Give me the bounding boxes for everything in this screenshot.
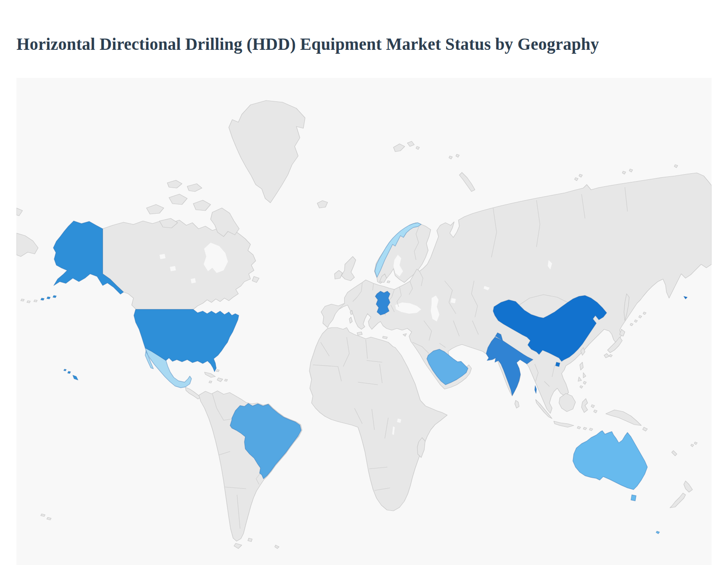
world-map [16,78,712,565]
country-germany[interactable] [375,291,390,315]
page-title: Horizontal Directional Drilling (HDD) Eq… [16,35,599,54]
map-panel [16,78,712,565]
